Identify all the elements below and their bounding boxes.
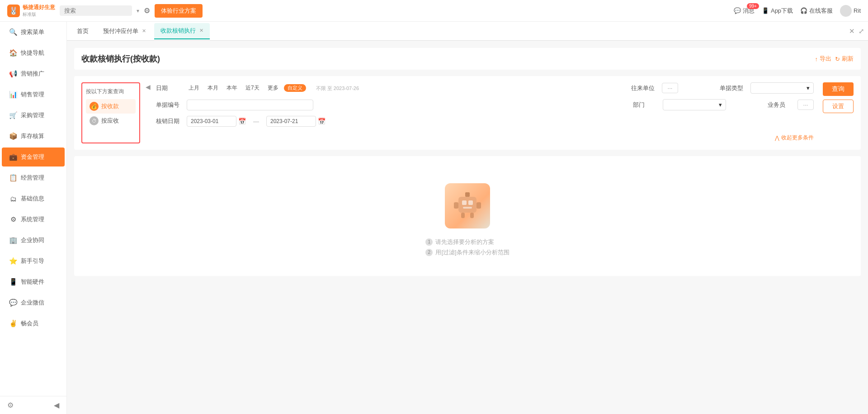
search-input[interactable] xyxy=(60,5,132,16)
calendar-end-icon[interactable]: 📅 xyxy=(318,118,326,125)
main-content: 首页 预付冲应付单 ✕ 收款核销执行 ✕ ✕ ⤢ 收款核销执行(按收款) xyxy=(67,22,868,414)
svg-rect-3 xyxy=(463,207,472,209)
verify-date-end-input[interactable] xyxy=(266,116,316,127)
date-options: 上月 本月 本年 近7天 更多 自定义 xyxy=(186,83,306,93)
date-custom-tag[interactable]: 自定义 xyxy=(284,84,306,92)
filter-row-1: 日期 上月 本月 本年 近7天 更多 自定义 不限 至 2023-07-26 xyxy=(156,82,814,94)
app-download-button[interactable]: 📱 App下载 xyxy=(762,7,793,15)
date-limit-text: 不限 至 2023-07-26 xyxy=(316,86,359,91)
svg-rect-0 xyxy=(458,197,476,213)
sidebar-item-system[interactable]: ⚙ 系统管理 xyxy=(2,210,65,229)
department-select[interactable]: ▾ xyxy=(663,99,726,110)
date-this-year[interactable]: 本年 xyxy=(224,83,240,93)
inventory-icon: 📦 xyxy=(9,132,17,140)
verify-date-start-input[interactable] xyxy=(187,116,236,127)
tab-home[interactable]: 首页 xyxy=(71,24,95,39)
finance-icon: 💼 xyxy=(9,153,17,161)
logo-icon: 🐰 xyxy=(7,5,20,17)
date-last-month[interactable]: 上月 xyxy=(186,83,202,93)
sales-icon: 📊 xyxy=(9,90,17,99)
tab-receivable[interactable]: 收款核销执行 ✕ xyxy=(154,23,210,39)
date-more[interactable]: 更多 xyxy=(265,83,281,93)
page-header: 收款核销执行(按收款) ↑ 导出 ↻ 刷新 xyxy=(74,48,861,70)
empty-illustration xyxy=(445,183,490,228)
system-icon: ⚙ xyxy=(9,215,17,224)
date-label: 日期 xyxy=(156,84,179,92)
app-logo: 🐰 畅捷通好生意 标准版 xyxy=(7,4,55,18)
svg-rect-8 xyxy=(470,213,474,218)
guide-icon: ⭐ xyxy=(9,257,17,265)
app-icon: 📱 xyxy=(762,7,769,14)
counterparty-label: 往来单位 xyxy=(631,84,655,92)
purchase-icon: 🛒 xyxy=(9,111,17,119)
export-button[interactable]: ↑ 导出 xyxy=(815,55,832,63)
sidebar-item-search-menu[interactable]: 🔍 搜索菜单 xyxy=(2,23,65,42)
svg-rect-2 xyxy=(468,200,473,205)
refresh-button[interactable]: ↻ 刷新 xyxy=(835,55,854,63)
collapse-up-icon: ⋀ xyxy=(775,135,779,141)
setting-button[interactable]: 设置 xyxy=(823,100,854,113)
sidebar-item-operations[interactable]: 📋 经营管理 xyxy=(2,168,65,187)
sidebar-item-basic-info[interactable]: 🗂 基础信息 xyxy=(2,189,65,208)
basicinfo-icon: 🗂 xyxy=(9,195,17,203)
online-service-button[interactable]: 🎧 在线客服 xyxy=(800,7,833,15)
collapse-sidebar-icon[interactable]: ◀ xyxy=(54,401,59,409)
counterparty-picker[interactable]: ··· xyxy=(662,83,678,93)
filter-option-by-receivable[interactable]: ⏱ 按应收 xyxy=(86,114,136,128)
filter-row-3: 核销日期 📅 — 📅 xyxy=(156,116,814,127)
doc-no-input[interactable] xyxy=(187,100,313,110)
sidebar-item-wechat[interactable]: 💬 企业微信 xyxy=(2,293,65,312)
sidebar-item-member[interactable]: ✌ 畅会员 xyxy=(2,314,65,333)
close-all-tabs-button[interactable]: ✕ xyxy=(849,27,855,35)
sidebar-item-enterprise[interactable]: 🏢 企业协同 xyxy=(2,231,65,250)
settings-icon[interactable]: ⚙ xyxy=(7,401,14,409)
calendar-start-icon[interactable]: 📅 xyxy=(238,118,246,125)
wechat-icon: 💬 xyxy=(9,299,17,307)
sidebar-item-quick-nav[interactable]: 🏠 快捷导航 xyxy=(2,43,65,62)
date-this-month[interactable]: 本月 xyxy=(205,83,221,93)
message-button[interactable]: 💬 消息 99+ xyxy=(734,7,755,15)
expand-tab-button[interactable]: ⤢ xyxy=(859,27,864,35)
sidebar: 🔍 搜索菜单 🏠 快捷导航 📢 营销推广 📊 销售管理 🛒 采购管理 📦 库存核… xyxy=(0,22,67,414)
topbar-right: 💬 消息 99+ 📱 App下载 🎧 在线客服 Rit xyxy=(734,5,861,17)
collapse-more-conditions[interactable]: ⋀ 收起更多条件 xyxy=(156,132,814,143)
sidebar-item-sales[interactable]: 📊 销售管理 xyxy=(2,85,65,104)
chevron-down-icon-doctype: ▾ xyxy=(807,85,810,91)
tabbar: 首页 预付冲应付单 ✕ 收款核销执行 ✕ ✕ ⤢ xyxy=(67,22,868,41)
hardware-icon: 📱 xyxy=(9,278,17,286)
doc-type-select[interactable]: ▾ xyxy=(750,82,814,94)
date-last-7days[interactable]: 近7天 xyxy=(243,83,262,93)
sidebar-item-guide[interactable]: ⭐ 新手引导 xyxy=(2,252,65,271)
verify-date-end-group: 📅 xyxy=(266,116,326,127)
sidebar-item-finance[interactable]: 💼 资金管理 xyxy=(2,148,65,167)
filter-form: 日期 上月 本月 本年 近7天 更多 自定义 不限 至 2023-07-26 xyxy=(156,82,814,143)
filter-option-by-receipt[interactable]: 💰 按收款 xyxy=(86,99,136,114)
svg-rect-5 xyxy=(454,202,458,209)
tab-close-receivable[interactable]: ✕ xyxy=(199,28,203,33)
sidebar-item-marketing[interactable]: 📢 营销推广 xyxy=(2,64,65,83)
header-actions: ↑ 导出 ↻ 刷新 xyxy=(815,55,854,63)
main-layout: 🔍 搜索菜单 🏠 快捷导航 📢 营销推广 📊 销售管理 🛒 采购管理 📦 库存核… xyxy=(0,22,868,414)
chevron-down-icon-dept: ▾ xyxy=(719,101,722,108)
user-profile[interactable]: Rit xyxy=(840,5,861,17)
staff-picker[interactable]: ··· xyxy=(797,100,814,110)
collapse-filter-icon[interactable]: ◀ xyxy=(146,83,151,90)
svg-rect-1 xyxy=(462,200,467,205)
sidebar-item-hardware[interactable]: 📱 智能硬件 xyxy=(2,272,65,291)
operations-icon: 📋 xyxy=(9,174,17,182)
export-icon: ↑ xyxy=(815,56,818,62)
query-button[interactable]: 查询 xyxy=(823,82,854,96)
empty-tip-1: 1 请先选择要分析的方案 xyxy=(425,237,509,247)
filter-sidebar: 按以下方案查询 💰 按收款 ⏱ 按应收 xyxy=(81,82,140,143)
tab-prepay[interactable]: 预付冲应付单 ✕ xyxy=(97,24,152,39)
verify-date-label: 核销日期 xyxy=(156,117,179,125)
filter-panel: 按以下方案查询 💰 按收款 ⏱ 按应收 ◀ 日期 xyxy=(74,76,861,150)
sidebar-item-inventory[interactable]: 📦 库存核算 xyxy=(2,127,65,146)
industry-button[interactable]: 体验行业方案 xyxy=(155,4,203,18)
chevron-down-icon[interactable]: ▾ xyxy=(137,8,139,14)
sidebar-item-purchase[interactable]: 🛒 采购管理 xyxy=(2,106,65,125)
department-label: 部门 xyxy=(633,101,656,109)
date-range-separator: — xyxy=(253,118,259,125)
gear-icon[interactable]: ⚙ xyxy=(144,6,150,15)
tab-close-prepay[interactable]: ✕ xyxy=(142,28,146,34)
